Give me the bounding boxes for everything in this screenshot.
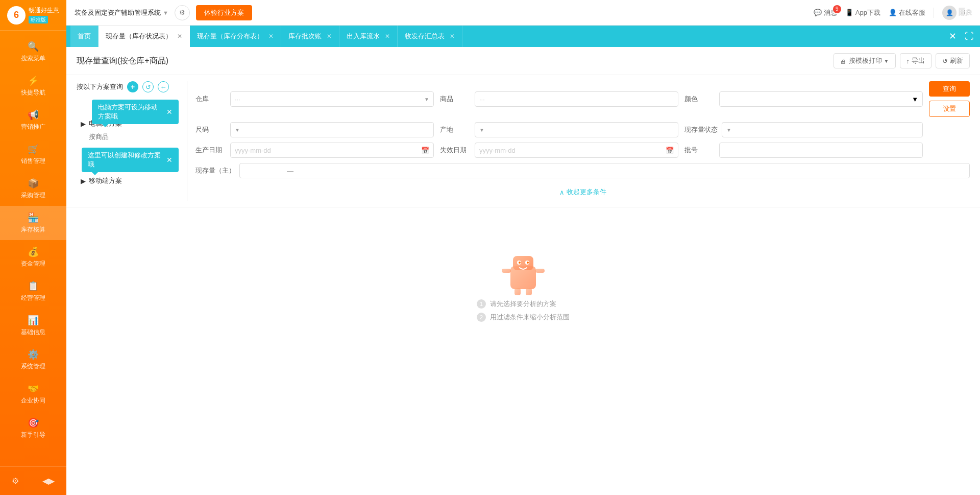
warehouse-select[interactable]: ··· ▼	[230, 91, 434, 107]
settings-bottom-icon[interactable]: ⚙	[9, 473, 22, 489]
online-service-label: 在线客服	[899, 8, 925, 17]
tab-inventory-status[interactable]: 现存量（库存状况表） ✕	[99, 26, 190, 47]
collapse-sidebar-icon[interactable]: ◀▶	[39, 473, 58, 489]
sidebar-item-search[interactable]: 🔍 搜索菜单	[0, 35, 66, 69]
scheme-mobile-label: 移动端方案	[89, 176, 122, 185]
sidebar-nav: 🔍 搜索菜单 ⚡ 快捷导航 📢 营销推广 🛒 销售管理 📦 采购管理 🏪 库存核…	[0, 31, 66, 466]
batch-label: 批号	[684, 146, 715, 155]
sidebar-item-purchase[interactable]: 📦 采购管理	[0, 172, 66, 206]
search-icon: 🔍	[28, 41, 39, 52]
sidebar-item-quick[interactable]: ⚡ 快捷导航	[0, 69, 66, 103]
calendar-icon: 📅	[666, 147, 674, 154]
tab-inout-flow[interactable]: 出入库流水 ✕	[339, 26, 398, 47]
origin-select[interactable]: ▼	[475, 122, 678, 137]
tab-batch-ledger[interactable]: 库存批次账 ✕	[281, 26, 339, 47]
refresh-scheme-button[interactable]: ↺	[142, 81, 154, 92]
tooltip2-close[interactable]: ✕	[166, 156, 173, 164]
back-scheme-button[interactable]: ←	[158, 81, 169, 92]
prod-date-input[interactable]: yyyy-mm-dd 📅	[230, 143, 434, 158]
sidebar-item-label: 经营管理	[21, 294, 45, 302]
chevron-down-icon: ▼	[424, 97, 429, 102]
svg-point-4	[519, 262, 521, 264]
tab-home[interactable]: 首页	[70, 26, 99, 47]
search-button[interactable]: 查询	[929, 81, 970, 97]
sidebar-item-basic[interactable]: 📊 基础信息	[0, 309, 66, 343]
collapse-button[interactable]: ∧ 收起更多条件	[195, 183, 970, 201]
export-icon: ↑	[906, 57, 910, 65]
logo-badge: 标准版	[29, 16, 48, 23]
empty-illustration	[498, 248, 549, 299]
filter-dots-warehouse: ···	[235, 96, 240, 103]
stock-status-select[interactable]: ▼	[722, 122, 923, 137]
header-settings-button[interactable]: ⚙	[175, 5, 190, 20]
prod-date-label: 生产日期	[195, 146, 226, 155]
experience-button[interactable]: 体验行业方案	[196, 5, 252, 20]
reset-button[interactable]: 设置	[929, 101, 970, 117]
add-scheme-button[interactable]: +	[127, 81, 138, 92]
tooltip1-close[interactable]: ✕	[166, 108, 173, 116]
system-selector[interactable]: 装备及固定资产辅助管理系统 ▼	[75, 8, 168, 17]
refresh-button[interactable]: ↺ 刷新	[936, 53, 970, 68]
stock-qty-label: 现存量（主）	[195, 166, 235, 175]
scheme-mobile-header[interactable]: ▶ 移动端方案	[77, 174, 179, 187]
export-button[interactable]: ↑ 导出	[900, 53, 932, 68]
tab-actions: ✕ ⛶	[947, 29, 976, 44]
vertical-divider	[187, 81, 187, 201]
sidebar-item-sales[interactable]: 🛒 销售管理	[0, 137, 66, 172]
sidebar-item-system[interactable]: ⚙️ 系统管理	[0, 343, 66, 377]
goods-select[interactable]: ···	[475, 91, 678, 107]
app-download-item[interactable]: 📱 App下载	[845, 8, 880, 17]
arrow-down-icon: ▼	[912, 96, 918, 103]
tab-close-all-icon[interactable]: ✕	[947, 29, 959, 44]
range-dash: —	[287, 167, 293, 175]
svg-rect-6	[514, 288, 521, 295]
tab-close-icon[interactable]: ✕	[385, 33, 390, 40]
stock-qty-to[interactable]	[296, 167, 336, 175]
tab-close-icon[interactable]: ✕	[327, 33, 332, 40]
warehouse-label: 仓库	[195, 95, 226, 104]
sidebar-item-enterprise[interactable]: 🤝 企业协同	[0, 377, 66, 411]
stock-qty-range[interactable]: —	[239, 163, 970, 178]
tab-receipt-summary[interactable]: 收发存汇总表 ✕	[398, 26, 462, 47]
tab-inventory-status-label: 现存量（库存状况表）	[106, 32, 172, 41]
filter-header: 按以下方案查询 + ↺ ←	[77, 81, 179, 92]
sidebar-item-label: 库存核算	[21, 225, 45, 234]
tab-maximize-icon[interactable]: ⛶	[963, 29, 976, 44]
tab-inout-flow-label: 出入库流水	[347, 32, 380, 41]
print-button[interactable]: 🖨 按模板打印 ▼	[834, 53, 896, 68]
size-select[interactable]: ▼	[230, 122, 434, 137]
step-num-2: 2	[477, 313, 486, 322]
app-download-label: App下载	[855, 8, 880, 17]
system-name: 装备及固定资产辅助管理系统	[75, 8, 161, 17]
stock-qty-from[interactable]	[244, 167, 285, 175]
page-actions: 🖨 按模板打印 ▼ ↑ 导出 ↺ 刷新	[834, 53, 970, 68]
color-select[interactable]: ▼	[719, 91, 923, 107]
sidebar-item-guide[interactable]: 🎯 新手引导	[0, 411, 66, 445]
tab-close-icon[interactable]: ✕	[450, 33, 455, 40]
sidebar-item-finance[interactable]: 💰 资金管理	[0, 240, 66, 274]
scheme-item-goods[interactable]: 按商品	[77, 130, 179, 144]
scheme-tooltip-2: 这里可以创建和修改方案哦 ✕	[82, 148, 179, 172]
tab-close-icon[interactable]: ✕	[177, 33, 182, 40]
chevron-down-icon: ▼	[884, 58, 889, 64]
header-divider	[934, 8, 934, 18]
marketing-icon: 📢	[28, 109, 39, 121]
online-service-item[interactable]: 👤 在线客服	[889, 8, 925, 17]
step2-text: 用过滤条件来缩小分析范围	[490, 313, 570, 322]
page-header: 现存量查询(按仓库+商品) 🖨 按模板打印 ▼ ↑ 导出 ↺ 刷新	[66, 47, 980, 75]
expire-date-input[interactable]: yyyy-mm-dd 📅	[475, 143, 678, 158]
step-num-1: 1	[477, 299, 486, 309]
tab-inventory-dist[interactable]: 现存量（库存分布表） ✕	[190, 26, 281, 47]
sidebar-item-marketing[interactable]: 📢 营销推广	[0, 103, 66, 137]
scheme-list: ▶ 电脑端方案 按商品 这里可以创建和修改方案哦 ✕ ▶ 移动端方案	[77, 117, 179, 187]
color-label: 颜色	[684, 95, 715, 104]
sidebar-item-operation[interactable]: 📋 经营管理	[0, 274, 66, 309]
header-right: 💬 9 消息 📱 App下载 👤 在线客服 👤 用户 Ea	[814, 6, 972, 20]
empty-step-1: 1 请先选择要分析的方案	[477, 299, 570, 309]
finance-icon: 💰	[28, 246, 39, 257]
tab-close-icon[interactable]: ✕	[268, 33, 274, 40]
batch-input[interactable]	[719, 143, 923, 158]
notification-item[interactable]: 💬 9 消息	[814, 8, 837, 17]
filter-field-color: 颜色 ▼	[684, 91, 923, 107]
sidebar-item-inventory[interactable]: 🏪 库存核算	[0, 206, 66, 240]
